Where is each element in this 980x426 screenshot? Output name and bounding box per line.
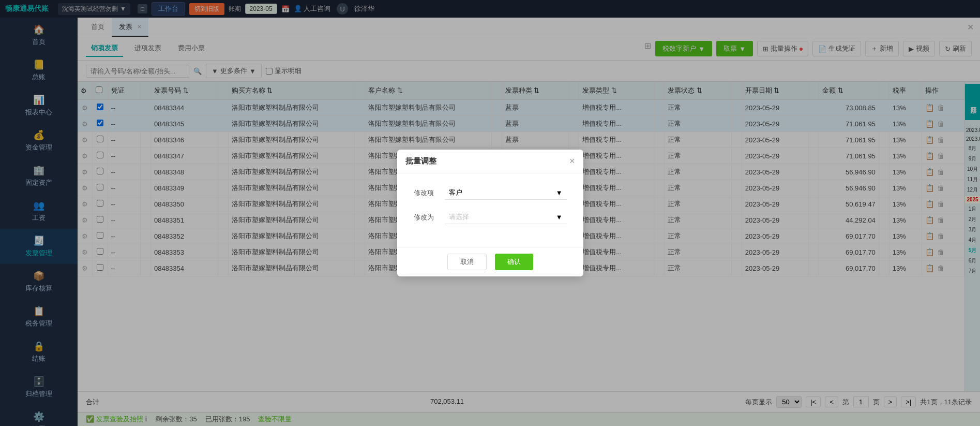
field-row: 修改项 客户 ▼ xyxy=(414,186,567,200)
field-value: 客户 xyxy=(449,188,462,197)
confirm-button[interactable]: 确认 xyxy=(495,254,533,270)
modal-header: 批量调整 × xyxy=(397,150,583,173)
value-label: 修改为 xyxy=(414,213,445,222)
value-dropdown-icon: ▼ xyxy=(556,213,563,221)
value-select[interactable]: 请选择 ▼ xyxy=(445,210,567,224)
value-row: 修改为 请选择 ▼ xyxy=(414,210,567,224)
modal-body: 修改项 客户 ▼ 修改为 请选择 ▼ xyxy=(397,173,583,247)
field-dropdown-icon: ▼ xyxy=(556,189,563,197)
field-label: 修改项 xyxy=(414,188,445,198)
cancel-button[interactable]: 取消 xyxy=(447,254,487,270)
modal-close-button[interactable]: × xyxy=(569,156,575,167)
field-select[interactable]: 客户 ▼ xyxy=(445,186,567,200)
modal-overlay: 批量调整 × 修改项 客户 ▼ 修改为 请选择 ▼ 取消 确认 xyxy=(0,0,980,426)
modal-title: 批量调整 xyxy=(405,156,436,166)
batch-adjust-modal: 批量调整 × 修改项 客户 ▼ 修改为 请选择 ▼ 取消 确认 xyxy=(397,150,583,276)
modal-footer: 取消 确认 xyxy=(397,247,583,276)
value-placeholder: 请选择 xyxy=(449,212,469,222)
